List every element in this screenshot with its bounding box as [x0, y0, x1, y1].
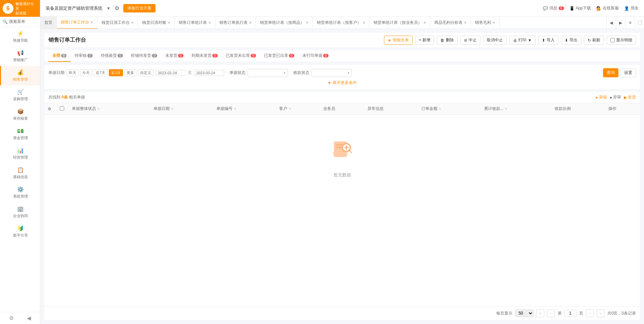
date-btn-近1月[interactable]: 近1月 [109, 69, 123, 76]
status-select[interactable] [248, 69, 288, 77]
topbar-cta-button[interactable]: 体验行业方案 [123, 4, 156, 12]
tab-close-sales-summary-salesman[interactable]: ✕ [423, 21, 426, 25]
print-button[interactable]: 🖨 打印 ▼ [509, 36, 535, 45]
payment-select[interactable] [311, 69, 352, 77]
col-date-header[interactable]: 单据日期 ⇅ [150, 103, 213, 115]
cancel-stop-button[interactable]: 取消中止 [483, 36, 507, 45]
topbar-online-service[interactable]: 💁 在线客服 [596, 5, 619, 11]
tab-close-sales-summary-product[interactable]: ✕ [306, 21, 308, 25]
tab-sales-summary-product[interactable]: 销货单统计表（按商品）✕ [256, 17, 313, 29]
tab-close-product-margin[interactable]: ✕ [464, 21, 467, 25]
expand-filter-button[interactable]: ▼ 展开更多条件 [328, 80, 357, 86]
tab-sales-order[interactable]: 销售订单工作台✕ [57, 17, 97, 29]
sidebar-item-inventory[interactable]: 📦库存核算 [0, 105, 40, 124]
filter-tab-all[interactable]: 全部0 [48, 50, 71, 62]
action-ship-button[interactable]: ▶ 发货 [624, 94, 636, 100]
filter-tab-not-printed[interactable]: 未打印单据0 [298, 50, 333, 62]
show-detail-check[interactable] [610, 38, 615, 42]
tab-close-sales-order[interactable]: ✕ [90, 21, 93, 24]
action-unreviewed-button[interactable]: ● 弃审 [610, 94, 621, 100]
delete-button[interactable]: 🗑 删除 [437, 36, 458, 45]
tab-sales-profit[interactable]: 销售毛利✕ [471, 17, 500, 29]
show-detail-checkbox[interactable]: 显示明细 [607, 36, 636, 45]
sidebar-item-purchase[interactable]: 🛒采购管理 [0, 85, 40, 105]
tab-next-button[interactable]: ▶ [616, 17, 625, 29]
sidebar-item-quick-nav[interactable]: ⚡快捷导航 [0, 27, 40, 46]
sidebar-item-system[interactable]: ⚙️系统管理 [0, 183, 40, 202]
col-settings[interactable]: ⚙ [44, 103, 56, 115]
col-number-header[interactable]: 单据编号 ⇅ [213, 103, 276, 115]
date-to-input[interactable] [194, 70, 224, 76]
select-all-checkbox[interactable] [60, 106, 64, 111]
sidebar-item-guide[interactable]: 🔰新手引导 [0, 222, 40, 241]
topbar-dropdown[interactable]: ▼ [106, 6, 111, 11]
topbar-settings-icon[interactable]: ⚙ [115, 5, 119, 11]
date-btn-近7天[interactable]: 近7天 [93, 69, 108, 76]
tab-sales-exec[interactable]: 销售订单执行表✕ [215, 17, 256, 29]
date-btn-更多[interactable]: 更多 [124, 69, 136, 76]
topbar-messages[interactable]: 💬 消息 6 [543, 5, 564, 11]
col-customer-header[interactable]: 客户 ⇅ [276, 103, 319, 115]
action-review-button[interactable]: ● 审核 [596, 94, 607, 100]
tab-close-sales-stat[interactable]: ✕ [208, 21, 211, 25]
col-check[interactable] [56, 103, 69, 115]
col-ratio-header[interactable]: 收款比例 [551, 103, 605, 115]
filter-tab-pending-check[interactable]: 待拣验货0 [97, 50, 127, 62]
sidebar-item-finance[interactable]: 💵资金管理 [0, 124, 40, 144]
col-salesman-header[interactable]: 业务员 [320, 103, 364, 115]
tab-close-sales-profit[interactable]: ✕ [492, 21, 495, 25]
sidebar-item-enterprise[interactable]: 🏢企业协同 [0, 202, 40, 222]
filter-settings-button[interactable]: 设置 [620, 68, 636, 77]
tab-sales-summary-customer[interactable]: 销货单统计表（按客户）✕ [313, 17, 370, 29]
col-collected-header[interactable]: 累计收款... ⇅ [481, 103, 552, 115]
tab-cash-daily[interactable]: 钱货日清工作台✕ [97, 17, 138, 29]
tab-prev-button[interactable]: ◀ [606, 17, 616, 29]
sidebar-item-sales[interactable]: 💰销售管理 [0, 66, 40, 85]
topbar-user[interactable]: 👤 用友 [624, 5, 639, 11]
filter-tab-pending-review[interactable]: 待审核0 [71, 50, 97, 62]
sidebar-item-operations[interactable]: 📊经营管理 [0, 144, 40, 163]
last-page-button[interactable]: » [597, 309, 605, 317]
collapse-icon[interactable]: ◀ [27, 315, 31, 321]
prev-page-button[interactable]: ‹ [547, 309, 555, 317]
filter-tab-wangpu-pending[interactable]: 旺铺待发货0 [127, 50, 161, 62]
first-page-button[interactable]: « [536, 309, 544, 317]
date-btn-自定义[interactable]: 自定义 [138, 69, 154, 76]
tab-sales-summary-salesman[interactable]: 销货单统计表（按业务员）✕ [370, 17, 430, 29]
refresh-button[interactable]: ↻ 刷新 [584, 36, 604, 45]
tab-fullscreen-button[interactable]: ⛶ [635, 17, 644, 29]
settings-icon[interactable]: ⚙ [9, 315, 14, 321]
tab-close-cash-daily[interactable]: ✕ [131, 21, 134, 25]
tab-sales-stat[interactable]: 销售订单统计表✕ [175, 17, 215, 29]
tab-close-sales-summary-customer[interactable]: ✕ [362, 21, 365, 25]
tab-close-all-button[interactable]: ✕ [625, 17, 635, 29]
date-btn-今天[interactable]: 今天 [80, 69, 92, 76]
col-status-header[interactable]: 单据整体状态 ⇅ [69, 103, 150, 115]
filter-tab-overdue-not-shipped[interactable]: 到期未发货0 [187, 50, 222, 62]
sidebar-item-marketing[interactable]: 📢营销推广 [0, 46, 40, 66]
tab-home[interactable]: 首页 [40, 17, 57, 29]
date-from-input[interactable] [156, 70, 186, 76]
next-page-button[interactable]: › [586, 309, 594, 317]
sidebar-search[interactable]: 🔍 搜索菜单 [0, 17, 40, 27]
tab-product-margin[interactable]: 商品毛利分析表✕ [430, 17, 471, 29]
add-button[interactable]: + 新增 [415, 36, 434, 45]
col-amount-header[interactable]: 订单金额 ⇅ [418, 103, 481, 115]
col-abnormal-header[interactable]: 异常信息 [364, 103, 418, 115]
stop-button[interactable]: ⊘ 中止 [460, 36, 480, 45]
date-btn-昨天[interactable]: 昨天 [67, 69, 79, 76]
import-button[interactable]: ⬆ 导入 [538, 36, 558, 45]
tab-cash-reconcile[interactable]: 钱货日清对账✕ [138, 17, 175, 29]
tab-close-cash-reconcile[interactable]: ✕ [168, 21, 170, 25]
filter-tab-shipped-not-outbound[interactable]: 已发货未出库0 [222, 50, 260, 62]
smart-create-button[interactable]: ★ 智能生单 [384, 36, 413, 45]
query-button[interactable]: 查询 [603, 68, 618, 77]
tab-close-sales-exec[interactable]: ✕ [249, 21, 252, 25]
page-input[interactable] [564, 310, 576, 317]
filter-tab-not-shipped[interactable]: 未发货0 [161, 50, 187, 62]
filter-tab-shipped-outbound[interactable]: 已发货已出库0 [260, 50, 298, 62]
sidebar-item-basic-info[interactable]: 📋基础信息 [0, 163, 40, 183]
topbar-app-download[interactable]: 📱 App下载 [569, 5, 591, 11]
export-button[interactable]: ⬇ 导出 [561, 36, 581, 45]
per-page-select[interactable]: 50 10 20 100 [515, 310, 533, 317]
